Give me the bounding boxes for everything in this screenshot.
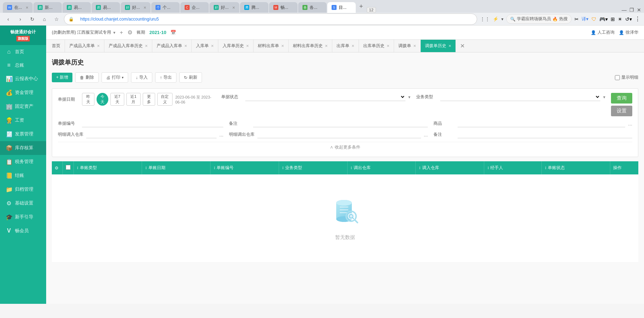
sidebar-item-inventory[interactable]: 📦 库存核算: [0, 141, 46, 155]
scissors-icon[interactable]: ✂: [574, 16, 579, 22]
tab-close-icon[interactable]: ✕: [143, 6, 146, 10]
tab-close-icon[interactable]: ✕: [184, 44, 187, 48]
nav-tab-material-out-hist[interactable]: 材料出库单历史 ✕: [289, 40, 332, 52]
nav-tab-product-in-hist[interactable]: 产成品入库单历史 ✕: [104, 40, 152, 52]
browser-tab-9[interactable]: M 畅...: [269, 2, 298, 13]
date-more-btn[interactable]: 更多: [143, 93, 155, 106]
sidebar-item-invoices[interactable]: 🧾 发票管理: [0, 127, 46, 141]
import-btn[interactable]: ↓ 导入: [131, 72, 152, 83]
user-btn[interactable]: 👤 徐泽华: [619, 29, 638, 35]
biz-type-dropdown-icon[interactable]: ▾: [603, 95, 605, 100]
browser-tab-4[interactable]: 好 好... ✕: [121, 2, 151, 13]
detail-remark-input[interactable]: [458, 131, 632, 138]
tab-close-icon[interactable]: ✕: [448, 44, 451, 48]
col-status[interactable]: ↕ 单账状态: [541, 161, 610, 174]
sidebar-item-payroll[interactable]: 👷 工资: [0, 113, 46, 127]
period-value[interactable]: 2021-10: [149, 30, 167, 35]
print-dropdown-icon[interactable]: ▾: [122, 76, 124, 79]
refresh-btn[interactable]: ↻: [28, 15, 37, 24]
browser-tab-5[interactable]: 个 个...: [151, 2, 180, 13]
browser-tab-0[interactable]: W 在... ✕: [3, 2, 33, 13]
nav-tab-stock-out-hist[interactable]: 出库单历史 ✕: [359, 40, 394, 52]
bookmark-btn[interactable]: ☆: [52, 15, 61, 24]
col-no[interactable]: ↕ 单账编号: [211, 161, 279, 174]
home-btn[interactable]: ⌂: [40, 15, 49, 24]
extensions-icon[interactable]: ⋮⋮: [480, 16, 490, 22]
nav-tab-stock-in-hist[interactable]: 入库单历史 ✕: [218, 40, 253, 52]
sidebar-item-archive[interactable]: 📁 归档管理: [0, 183, 46, 196]
back-btn[interactable]: ‹: [4, 15, 13, 24]
status-select[interactable]: [245, 93, 405, 101]
browser-tab-2[interactable]: 易 易...: [62, 2, 91, 13]
shield-icon[interactable]: 🛡: [591, 16, 596, 22]
more-icon[interactable]: ⋮: [635, 16, 640, 22]
company-dropdown-icon[interactable]: ▾: [113, 30, 115, 35]
detail-out-ellipsis[interactable]: ...: [424, 132, 428, 138]
tab-close-icon[interactable]: ✕: [325, 44, 328, 48]
company-selector[interactable]: (勿删勿禁用) 江西服宝测试专用 ▾: [52, 29, 115, 35]
sidebar-item-close[interactable]: 📒 结账: [0, 169, 46, 183]
tab-close-icon[interactable]: ✕: [281, 44, 284, 48]
calendar-icon[interactable]: 📅: [170, 30, 176, 35]
theme-icon[interactable]: ☀: [618, 16, 622, 22]
nav-tab-stock-out[interactable]: 出库单 ✕: [332, 40, 359, 52]
col-biz[interactable]: ↕ 业务类型: [279, 161, 347, 174]
col-out[interactable]: ↕ 调出仓库: [347, 161, 416, 174]
sidebar-item-general-ledger[interactable]: ≡ 总账: [0, 58, 46, 72]
detail-in-input[interactable]: [86, 131, 217, 138]
settings-btn[interactable]: ⚙: [127, 29, 132, 36]
tab-close-icon[interactable]: ✕: [211, 44, 214, 48]
nav-tab-material-out[interactable]: 材料出库单 ✕: [253, 40, 289, 52]
grid-icon[interactable]: ⊞: [611, 16, 615, 22]
close-all-tabs-btn[interactable]: ✕: [457, 43, 468, 49]
date-7days-btn[interactable]: 近7天: [110, 93, 125, 106]
col-date[interactable]: ↕ 单账日期: [142, 161, 211, 174]
remark-input[interactable]: [253, 120, 428, 127]
refresh-btn[interactable]: ↻ 刷新: [179, 72, 202, 83]
forward-btn[interactable]: ›: [16, 15, 25, 24]
col-handler[interactable]: ↕ 经手人: [484, 161, 542, 174]
query-btn[interactable]: 查询: [611, 93, 632, 104]
lightning-icon[interactable]: ⚡: [493, 16, 498, 22]
delete-btn[interactable]: 🗑 删除: [75, 72, 99, 83]
sidebar-item-tax[interactable]: 📋 税务管理: [0, 155, 46, 169]
tab-close-icon[interactable]: ✕: [387, 44, 389, 48]
game-icon[interactable]: 🎮▾: [599, 16, 608, 22]
tab-close-icon[interactable]: ✕: [246, 44, 249, 48]
browser-tab-8[interactable]: 腾 腾...: [240, 2, 268, 13]
nav-tab-transfer-hist[interactable]: 调拨单历史 ✕: [421, 40, 456, 52]
new-tab-btn[interactable]: +: [356, 0, 366, 13]
gear-icon[interactable]: ⚙: [55, 166, 59, 171]
print-btn[interactable]: 🖨 打印 ▾: [102, 72, 128, 83]
minimize-icon[interactable]: —: [622, 7, 627, 13]
table-check-col[interactable]: [62, 161, 73, 174]
select-all-checkbox[interactable]: [66, 165, 71, 170]
browser-tab-3[interactable]: 易 易...: [92, 2, 120, 13]
chevron-down-icon[interactable]: ▾: [501, 17, 503, 22]
col-type[interactable]: ↕ 单账类型: [73, 161, 142, 174]
tab-close-icon[interactable]: ✕: [232, 6, 235, 10]
export-btn[interactable]: ↑ 导出: [155, 72, 176, 83]
sidebar-item-finance[interactable]: 💰 资金管理: [0, 86, 46, 100]
tab-close-icon[interactable]: ✕: [413, 44, 416, 48]
detail-out-input[interactable]: [257, 131, 421, 138]
browser-tab-7[interactable]: 好 好... ✕: [209, 2, 239, 13]
goods-input[interactable]: [458, 120, 625, 127]
date-today-btn[interactable]: 今天: [97, 93, 108, 106]
nav-tab-product-in[interactable]: 产成品入库单 ✕: [65, 40, 104, 52]
translate-icon[interactable]: 译▾: [582, 16, 589, 22]
sidebar-item-settings[interactable]: ⚙ 基础设置: [0, 196, 46, 210]
sidebar-item-reports[interactable]: 📊 云报表中心: [0, 72, 46, 86]
table-settings-col[interactable]: ⚙: [52, 161, 62, 174]
sidebar-item-home[interactable]: ⌂ 首页: [0, 45, 46, 58]
tab-close-icon[interactable]: ✕: [97, 44, 100, 48]
status-dropdown-icon[interactable]: ▾: [408, 95, 410, 100]
nav-tab-stock-in[interactable]: 入库单 ✕: [192, 40, 218, 52]
display-cols-checkbox[interactable]: [615, 75, 620, 80]
window-controls[interactable]: — ❐ ✕: [622, 7, 641, 13]
tab-close-icon[interactable]: ✕: [26, 6, 28, 10]
date-custom-btn[interactable]: 自定义: [157, 93, 173, 106]
customer-service-btn[interactable]: 👤 人工咨询: [591, 29, 615, 35]
tab-close-icon[interactable]: ✕: [351, 44, 354, 48]
undo-icon[interactable]: ↺▾: [625, 16, 632, 22]
